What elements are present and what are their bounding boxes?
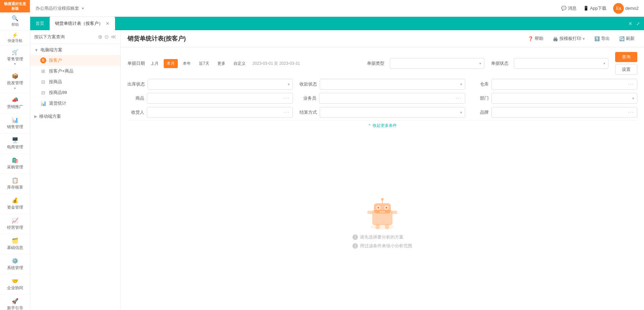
refresh-label: 刷新 <box>626 36 635 42</box>
system-icon: ⚙️ <box>12 258 18 264</box>
page-actions: ❓ 帮助 🖨️ 按模板打印 ▾ ⬆️ 导出 🔄 刷新 <box>525 34 637 43</box>
receiver-input[interactable]: ··· <box>147 107 293 118</box>
sidebar-item-operations[interactable]: 📈 经营管理 <box>0 214 30 234</box>
message-icon: 💬 <box>561 6 567 11</box>
query-btn[interactable]: 查询 <box>615 52 637 62</box>
voucher-status-cell: 单据状态 ▾ <box>491 58 608 69</box>
scheme-item-by-goods[interactable]: ⊟ 按商品 <box>30 76 120 87</box>
collapse-label: 收起更多条件 <box>373 123 397 128</box>
sidebar-item-search[interactable]: 🔍 帮助 <box>0 12 30 30</box>
sidebar-item-ecommerce[interactable]: 🖥️ 电商管理 <box>0 134 30 154</box>
scheme-group-mobile-header[interactable]: ▶ 移动端方案 <box>30 111 120 121</box>
scheme-item-refund[interactable]: 📊 退货统计 <box>30 98 120 109</box>
voucher-status-input[interactable]: ▾ <box>514 58 608 69</box>
sidebar-item-purchase[interactable]: 🛍️ 采购管理 <box>0 154 30 174</box>
sidebar-item-retail[interactable]: 🛒 零售管理 ▼ <box>0 46 30 69</box>
warehouse-dots: ··· <box>628 81 634 87</box>
sidebar-item-cooperation[interactable]: 🤝 企业协同 <box>0 274 30 295</box>
retail-arrow: ▼ <box>13 62 17 66</box>
sidebar-item-finance[interactable]: 💰 资金管理 <box>0 194 30 214</box>
department-input[interactable]: ▾ <box>491 93 637 104</box>
export-btn[interactable]: ⬆️ 导出 <box>592 34 612 43</box>
receiver-dots: ··· <box>283 109 290 115</box>
print-arrow: ▾ <box>583 36 585 41</box>
left-panel-title: 按以下方案查询 <box>34 34 65 40</box>
collapse-btn[interactable]: ⌃ 收起更多条件 <box>127 121 637 131</box>
left-panel-actions: ⊕ ⊙ ≪ <box>98 34 116 40</box>
salesperson-input[interactable]: ··· <box>319 93 465 104</box>
sidebar-item-inventory[interactable]: 📋 库存核算 <box>0 174 30 194</box>
scheme-item-by-customer-goods[interactable]: ⊞ 按客户+商品 <box>30 66 120 76</box>
empty-tip-2: 2 用过滤条件来缩小分析范围 <box>353 243 412 249</box>
settings-btn[interactable]: 设置 <box>615 64 637 75</box>
tab-home[interactable]: 首页 <box>30 17 50 30</box>
date-btn-last-month[interactable]: 上月 <box>148 59 162 68</box>
empty-tip-1: 1 请先选择要分析的方案 <box>353 234 412 240</box>
svg-rect-11 <box>385 224 389 229</box>
by-goods-label: 按商品 <box>49 79 62 85</box>
avatar: Ea <box>613 3 624 14</box>
newbie-label: 新手引导 <box>7 305 23 310</box>
settlement-input[interactable]: ▾ <box>320 107 465 118</box>
help-icon: ❓ <box>528 36 533 41</box>
brand-input[interactable]: ··· <box>491 107 637 118</box>
settings-scheme-btn[interactable]: ⊙ <box>104 34 109 40</box>
sidebar-item-basic[interactable]: 🗂️ 基础信息 <box>0 234 30 254</box>
tab-window-btns: ✕ ⤢ <box>625 21 644 26</box>
filter-cell-warehouse: 仓库 ··· <box>472 79 637 90</box>
window-close-btn[interactable]: ✕ <box>629 21 632 26</box>
by-customer-label: 按客户 <box>49 57 62 63</box>
refresh-btn[interactable]: 🔄 刷新 <box>616 34 637 43</box>
breadcrumb-dropdown[interactable]: ▾ <box>82 6 84 11</box>
date-btn-this-month[interactable]: 本月 <box>164 59 178 68</box>
sidebar-item-marketing[interactable]: 📣 营销推广 <box>0 93 30 113</box>
messages-btn[interactable]: 💬 消息 <box>561 5 577 11</box>
logo-text: 畅捷通好生意 标版 <box>4 1 26 11</box>
user-name: demo2 <box>625 6 639 11</box>
print-btn[interactable]: 🖨️ 按模板打印 ▾ <box>550 34 588 43</box>
app-download-btn[interactable]: 📱 App下载 <box>583 5 606 11</box>
sidebar-item-newbie[interactable]: 🚀 新手引导 <box>0 295 30 310</box>
scheme-item-by-goods-99[interactable]: ⊟ 按商品99 <box>30 87 120 98</box>
add-scheme-btn[interactable]: ⊕ <box>98 34 102 40</box>
tab-close-btn[interactable]: ✕ <box>106 21 110 26</box>
sidebar-item-wholesale[interactable]: 📦 批发管理 ▲ <box>0 69 30 93</box>
date-btn-custom[interactable]: 自定义 <box>230 59 249 68</box>
filter-cell-settlement: 结算方式 ▾ <box>300 107 465 118</box>
payment-status-input[interactable]: ▾ <box>320 79 465 90</box>
wholesale-arrow: ▲ <box>13 86 17 90</box>
search-label: 帮助 <box>2 22 28 27</box>
date-btn-more[interactable]: 更多 <box>214 59 228 68</box>
scheme-group-desktop-header[interactable]: ▼ 电脑端方案 <box>30 45 120 55</box>
date-btn-last-7[interactable]: 近7天 <box>196 59 212 68</box>
refund-label: 退货统计 <box>49 100 66 106</box>
delivery-status-input[interactable]: ▾ <box>148 79 293 90</box>
voucher-type-input[interactable]: ▾ <box>390 58 484 69</box>
filter-cell-department: 部门 ▾ <box>472 93 637 104</box>
empty-illustration <box>366 197 399 230</box>
sidebar-item-quicknav[interactable]: ⚡ 快捷导航 <box>0 30 30 46</box>
collapse-panel-btn[interactable]: ≪ <box>111 34 116 40</box>
window-maximize-btn[interactable]: ⤢ <box>636 21 640 26</box>
sidebar-item-sales[interactable]: 📊 销售管理 <box>0 113 30 134</box>
tab-sales-stats[interactable]: 销货单统计表（按客户） ✕ <box>50 17 115 30</box>
help-btn[interactable]: ❓ 帮助 <box>525 34 546 43</box>
messages-label: 消息 <box>568 5 577 11</box>
scheme-item-by-customer[interactable]: 客 按客户 <box>30 55 120 66</box>
system-label: 系统管理 <box>7 265 23 271</box>
warehouse-input[interactable]: ··· <box>491 79 637 90</box>
filter-cell-receiver: 收货人 ··· <box>127 107 293 118</box>
date-btn-this-year[interactable]: 本年 <box>180 59 194 68</box>
inventory-label: 库存核算 <box>7 185 23 190</box>
tip-num-1: 1 <box>353 235 358 240</box>
date-filter: 上月 本月 本年 近7天 更多 自定义 <box>148 59 249 68</box>
filter-cell-brand: 品牌 ··· <box>472 107 637 118</box>
tip-2-text: 用过滤条件来缩小分析范围 <box>360 243 412 249</box>
goods-input[interactable]: ··· <box>147 93 293 104</box>
basic-label: 基础信息 <box>7 245 23 251</box>
sidebar-item-system[interactable]: ⚙️ 系统管理 <box>0 254 30 274</box>
salesperson-label: 业务员 <box>300 95 316 101</box>
print-icon: 🖨️ <box>553 36 558 41</box>
user-info[interactable]: Ea demo2 <box>613 3 639 14</box>
basic-icon: 🗂️ <box>12 238 18 244</box>
